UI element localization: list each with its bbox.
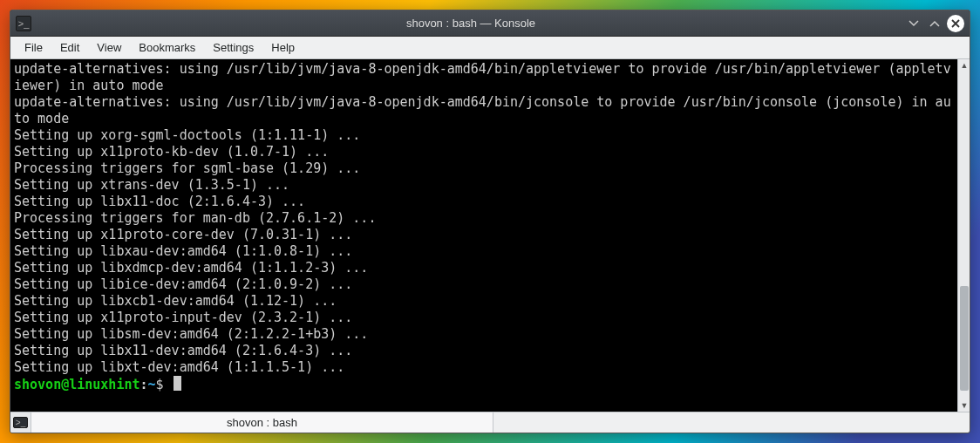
terminal-line: Processing triggers for man-db (2.7.6.1-… — [14, 210, 376, 226]
menu-edit[interactable]: Edit — [51, 38, 88, 57]
menu-file[interactable]: File — [16, 38, 51, 57]
maximize-button[interactable] — [926, 15, 943, 32]
konsole-window: >_ shovon : bash — Konsole File Edit Vie… — [10, 10, 970, 433]
terminal-cursor — [174, 376, 181, 391]
menu-settings[interactable]: Settings — [204, 38, 262, 57]
terminal-line: Processing triggers for sgml-base (1.29)… — [14, 160, 360, 176]
scroll-down-icon[interactable]: ▼ — [958, 399, 970, 412]
terminal-line: update-alternatives: using /usr/lib/jvm/… — [14, 94, 951, 126]
minimize-button[interactable] — [905, 15, 922, 32]
terminal-line: Setting up libxdmcp-dev:amd64 (1:1.1.2-3… — [14, 260, 368, 276]
close-button[interactable] — [947, 15, 964, 32]
menu-bookmarks[interactable]: Bookmarks — [130, 38, 204, 57]
terminal-line: Setting up libxt-dev:amd64 (1:1.1.5-1) .… — [14, 359, 344, 375]
terminal-line: Setting up libx11-dev:amd64 (2:1.6.4-3) … — [14, 343, 352, 358]
terminal-line: Setting up xtrans-dev (1.3.5-1) ... — [14, 177, 289, 193]
titlebar[interactable]: >_ shovon : bash — Konsole — [10, 10, 970, 37]
terminal-line: Setting up libxau-dev:amd64 (1:1.0.8-1) … — [14, 243, 352, 259]
terminal-line: update-alternatives: using /usr/lib/jvm/… — [14, 61, 951, 93]
terminal-line: Setting up libxcb1-dev:amd64 (1.12-1) ..… — [14, 293, 337, 309]
terminal-line: Setting up xorg-sgml-doctools (1:1.11-1)… — [14, 127, 360, 143]
scroll-up-icon[interactable]: ▲ — [958, 59, 970, 72]
tab-label: shovon : bash — [227, 416, 297, 429]
window-controls — [905, 15, 964, 32]
terminal-line: Setting up libx11-doc (2:1.6.4-3) ... — [14, 194, 305, 209]
menu-view[interactable]: View — [88, 38, 130, 57]
terminal-line: Setting up libice-dev:amd64 (2:1.0.9-2) … — [14, 276, 352, 292]
terminal-line: Setting up x11proto-input-dev (2.3.2-1) … — [14, 310, 352, 325]
app-icon: >_ — [16, 16, 31, 31]
prompt-user-host: shovon@linuxhint — [14, 377, 140, 392]
tabbar: >_ shovon : bash — [10, 412, 970, 433]
tab-shovon-bash[interactable]: shovon : bash — [31, 412, 493, 433]
terminal-icon: >_ — [13, 417, 28, 428]
prompt-symbol: $ — [156, 377, 164, 392]
terminal-area: update-alternatives: using /usr/lib/jvm/… — [10, 59, 970, 412]
prompt-path: ~ — [148, 377, 156, 392]
terminal-line: Setting up x11proto-core-dev (7.0.31-1) … — [14, 227, 352, 242]
menubar: File Edit View Bookmarks Settings Help — [10, 37, 970, 59]
scroll-thumb[interactable] — [960, 286, 969, 391]
terminal[interactable]: update-alternatives: using /usr/lib/jvm/… — [10, 59, 957, 412]
prompt-colon: : — [140, 377, 148, 392]
new-tab-button[interactable]: >_ — [10, 412, 31, 433]
terminal-line: Setting up x11proto-kb-dev (1.0.7-1) ... — [14, 144, 329, 160]
scrollbar[interactable]: ▲ ▼ — [957, 59, 970, 412]
menu-help[interactable]: Help — [262, 38, 303, 57]
window-title: shovon : bash — Konsole — [37, 17, 905, 30]
terminal-line: Setting up libsm-dev:amd64 (2:1.2.2-1+b3… — [14, 326, 368, 342]
